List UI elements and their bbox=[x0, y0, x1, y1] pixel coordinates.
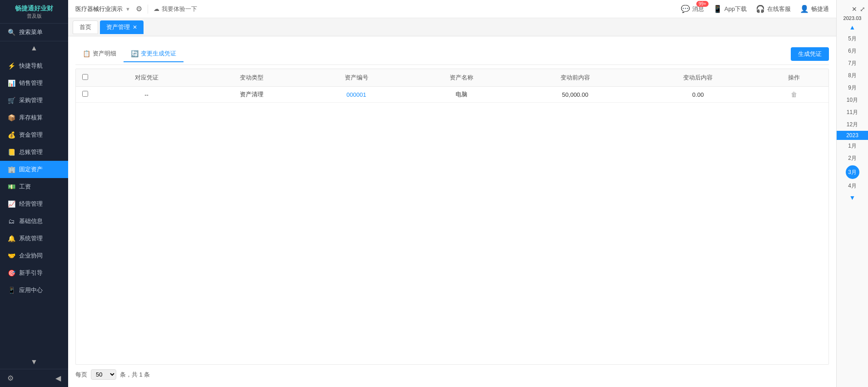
panel-scroll-up-icon[interactable]: ▲ bbox=[848, 22, 858, 33]
experience-button[interactable]: ☁ 我要体验一下 bbox=[154, 5, 197, 13]
page-size-select[interactable]: 102050100 bbox=[91, 369, 116, 380]
sidebar-bottom: ⚙ ◀ bbox=[0, 369, 68, 387]
right-panel: ✕ ⤢ 2023.03 ▲ 5月6月7月8月9月10月11月12月 2023 1… bbox=[836, 0, 868, 387]
topbar-appdownload[interactable]: 📱App下载 bbox=[713, 5, 747, 13]
month-item-current[interactable]: 3月 bbox=[846, 165, 859, 179]
month-item-prev[interactable]: 9月 bbox=[847, 82, 858, 94]
ledger-icon: 📒 bbox=[7, 149, 15, 156]
sidebar-item-fixedasset[interactable]: 🏢固定资产 bbox=[0, 161, 68, 178]
sidebar-label-sysmanage: 系统管理 bbox=[19, 234, 43, 243]
header-voucher: 对应凭证 bbox=[94, 69, 199, 87]
bizmanage-icon: 📈 bbox=[7, 200, 15, 208]
sidebar-nav: ⚡快捷导航📊销售管理🛒采购管理📦库存核算💰资金管理📒总账管理🏢固定资产💵工资📈经… bbox=[0, 55, 68, 355]
settings-icon[interactable]: ⚙ bbox=[7, 374, 14, 382]
sidebar-label-capital: 资金管理 bbox=[19, 131, 43, 139]
header-checkbox-col bbox=[76, 69, 94, 87]
topbar-service[interactable]: 🎧在线客服 bbox=[756, 5, 791, 13]
row-checkbox-0[interactable] bbox=[82, 91, 88, 97]
main-area: 医疗器械行业演示 ▼ ⚙ ☁ 我要体验一下 💬消息99+📱App下载🎧在线客服👤… bbox=[68, 0, 836, 387]
sidebar-item-capital[interactable]: 💰资金管理 bbox=[0, 126, 68, 144]
panel-scroll-down-icon[interactable]: ▼ bbox=[848, 192, 858, 203]
right-panel-close-icon[interactable]: ✕ bbox=[852, 5, 857, 13]
company-selector[interactable]: 医疗器械行业演示 ▼ bbox=[75, 5, 130, 13]
sidebar-label-bizmanage: 经营管理 bbox=[19, 200, 43, 208]
select-all-checkbox[interactable] bbox=[82, 74, 88, 80]
month-item-prev[interactable]: 6月 bbox=[847, 45, 858, 57]
header-operations: 操作 bbox=[759, 69, 828, 87]
row-change-type: 资产清理 bbox=[199, 87, 304, 103]
tab-label-home: 首页 bbox=[79, 23, 91, 31]
salary-icon: 💵 bbox=[7, 183, 15, 190]
subtab-icon-asset_list: 📋 bbox=[83, 50, 90, 57]
sysmanage-icon: 🔔 bbox=[7, 235, 15, 242]
subtab-icon-change_voucher: 🔄 bbox=[131, 50, 139, 57]
sidebar-item-inventory[interactable]: 📦库存核算 bbox=[0, 109, 68, 126]
basicinfo-icon: 🗂 bbox=[7, 218, 15, 225]
header-before-content: 变动前内容 bbox=[514, 69, 637, 87]
generate-voucher-button[interactable]: 生成凭证 bbox=[791, 47, 829, 61]
month-item-prev[interactable]: 12月 bbox=[847, 119, 858, 131]
sidebar-item-bizmanage[interactable]: 📈经营管理 bbox=[0, 195, 68, 213]
delete-row-button[interactable]: 🗑 bbox=[791, 91, 797, 98]
right-panel-expand-icon[interactable]: ⤢ bbox=[860, 5, 865, 13]
sidebar-item-newguide[interactable]: 🎯新手引导 bbox=[0, 264, 68, 282]
topbar-messages[interactable]: 💬消息99+ bbox=[681, 5, 704, 13]
collapse-icon[interactable]: ◀ bbox=[55, 374, 61, 382]
subtab-label-change_voucher: 变更生成凭证 bbox=[141, 50, 176, 58]
topbar-settings-icon[interactable]: ⚙ bbox=[136, 5, 142, 13]
topbar-user[interactable]: 👤畅捷通 bbox=[800, 5, 829, 13]
company-name: 医疗器械行业演示 bbox=[75, 5, 123, 13]
fixedasset-icon: 🏢 bbox=[7, 166, 15, 173]
sidebar-item-basicinfo[interactable]: 🗂基础信息 bbox=[0, 213, 68, 230]
subtab-asset_list[interactable]: 📋资产明细 bbox=[75, 46, 124, 62]
month-item-prev[interactable]: 5月 bbox=[847, 33, 858, 45]
tab-close-asset_manage[interactable]: ✕ bbox=[133, 24, 137, 30]
app-logo-main: 畅捷通好业财 bbox=[15, 5, 53, 13]
month-item-current[interactable]: 1月 bbox=[846, 140, 859, 152]
sidebar-item-ledger[interactable]: 📒总账管理 bbox=[0, 144, 68, 161]
sidebar-label-enterprise: 企业协同 bbox=[19, 252, 43, 260]
sidebar-item-quicknav[interactable]: ⚡快捷导航 bbox=[0, 57, 68, 74]
sidebar-label-salary: 工资 bbox=[19, 183, 31, 191]
sidebar-label-purchase: 采购管理 bbox=[19, 96, 43, 104]
purchase-icon: 🛒 bbox=[7, 97, 15, 104]
sidebar-item-appcenter[interactable]: 📱应用中心 bbox=[0, 282, 68, 299]
sidebar-label-appcenter: 应用中心 bbox=[19, 286, 43, 294]
sidebar-item-sales[interactable]: 📊销售管理 bbox=[0, 74, 68, 92]
tab-home[interactable]: 首页 bbox=[73, 20, 98, 34]
month-item-prev[interactable]: 11月 bbox=[847, 106, 858, 119]
month-item-current[interactable]: 2月 bbox=[846, 152, 859, 164]
sidebar-scroll-up[interactable]: ▲ bbox=[29, 42, 40, 54]
service-icon: 🎧 bbox=[756, 5, 765, 13]
service-label: 在线客服 bbox=[767, 5, 791, 13]
search-menu-item[interactable]: 🔍 搜索菜单 bbox=[0, 24, 68, 41]
experience-label: 我要体验一下 bbox=[162, 5, 197, 13]
year-period-label: 2023.03 bbox=[837, 15, 868, 22]
topbar: 医疗器械行业演示 ▼ ⚙ ☁ 我要体验一下 💬消息99+📱App下载🎧在线客服👤… bbox=[68, 0, 836, 18]
month-item-prev[interactable]: 7月 bbox=[847, 57, 858, 69]
search-menu-label: 搜索菜单 bbox=[19, 28, 43, 36]
current-year-label: 2023 bbox=[837, 131, 868, 140]
tab-asset_manage[interactable]: 资产管理✕ bbox=[100, 20, 144, 34]
sidebar-label-fixedasset: 固定资产 bbox=[19, 165, 43, 174]
table-body: -- 资产清理 000001 电脑 50,000.00 0.00 🗑 bbox=[76, 87, 828, 103]
sidebar-scroll-down[interactable]: ▼ bbox=[29, 356, 40, 368]
sidebar-label-newguide: 新手引导 bbox=[19, 269, 43, 277]
quicknav-icon: ⚡ bbox=[7, 62, 15, 69]
current-year-months: 1月2月3月4月 bbox=[846, 140, 859, 192]
sidebar-item-enterprise[interactable]: 🤝企业协同 bbox=[0, 247, 68, 264]
sidebar-item-sysmanage[interactable]: 🔔系统管理 bbox=[0, 230, 68, 247]
subtab-label-asset_list: 资产明细 bbox=[93, 50, 116, 58]
messages-badge: 99+ bbox=[696, 1, 709, 7]
sub-tabs: 📋资产明细🔄变更生成凭证 bbox=[75, 46, 184, 62]
subtab-change_voucher[interactable]: 🔄变更生成凭证 bbox=[124, 46, 184, 62]
sidebar-item-salary[interactable]: 💵工资 bbox=[0, 178, 68, 195]
sidebar-item-purchase[interactable]: 🛒采购管理 bbox=[0, 92, 68, 109]
month-item-current[interactable]: 4月 bbox=[846, 180, 859, 192]
month-item-prev[interactable]: 10月 bbox=[847, 94, 858, 106]
month-item-prev[interactable]: 8月 bbox=[847, 69, 858, 82]
appdownload-icon: 📱 bbox=[713, 5, 722, 13]
topbar-divider bbox=[148, 5, 148, 14]
sidebar-label-basicinfo: 基础信息 bbox=[19, 217, 43, 225]
row-voucher: -- bbox=[94, 87, 199, 103]
